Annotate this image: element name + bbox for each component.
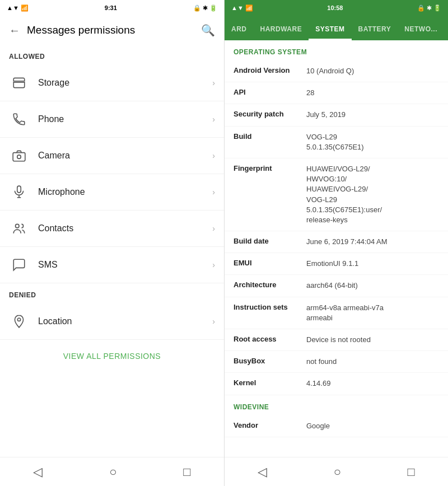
kernel-label: Kernel: [234, 378, 306, 387]
tab-system[interactable]: SYSTEM: [309, 20, 351, 40]
microphone-icon: [9, 182, 29, 202]
page-title: Messages permissions: [27, 24, 194, 36]
status-left-icons: ▲▼ 📶: [7, 4, 29, 12]
row-security-patch: Security patch July 5, 2019: [225, 104, 448, 126]
build-date-value: June 6, 2019 7:44:04 AM: [306, 237, 439, 247]
row-android-version: Android Version 10 (Android Q): [225, 60, 448, 82]
time-left: 9:31: [105, 4, 117, 11]
tabs-row: ARD HARDWARE SYSTEM BATTERY NETWO...: [225, 16, 448, 40]
denied-label: DENIED: [0, 283, 224, 303]
emui-label: EMUI: [234, 259, 306, 267]
home-nav-left[interactable]: ○: [109, 465, 116, 479]
row-vendor: Vendor Google: [225, 415, 448, 437]
chevron-location: ›: [212, 317, 215, 326]
row-build-date: Build date June 6, 2019 7:44:04 AM: [225, 231, 448, 253]
android-version-value: 10 (Android Q): [306, 66, 439, 76]
android-version-label: Android Version: [234, 66, 306, 74]
build-date-label: Build date: [234, 237, 306, 245]
row-emui: EMUI EmotionUI 9.1.1: [225, 253, 448, 275]
instruction-sets-value: arm64-v8a armeabi-v7aarmeabi: [306, 303, 439, 323]
chevron-contacts: ›: [212, 224, 215, 233]
home-nav-right[interactable]: ○: [334, 465, 341, 479]
status-bar-right: ▲▼ 📶 10:58 🔒 ✱ 🔋: [225, 0, 448, 16]
tab-ard[interactable]: ARD: [225, 20, 254, 40]
row-api: API 28: [225, 82, 448, 104]
row-instruction-sets: Instruction sets arm64-v8a armeabi-v7aar…: [225, 297, 448, 329]
recent-nav-right[interactable]: □: [407, 465, 414, 479]
camera-label: Camera: [38, 151, 212, 161]
header-left: ← Messages permissions 🔍: [0, 16, 224, 45]
left-panel: ▲▼ 📶 9:31 🔒 ✱ 🔋 ← Messages permissions 🔍…: [0, 0, 224, 486]
status-right-icons: ▲▼ 📶: [231, 4, 253, 12]
search-icon[interactable]: 🔍: [201, 24, 215, 37]
row-architecture: Architecture aarch64 (64-bit): [225, 275, 448, 297]
architecture-label: Architecture: [234, 281, 306, 289]
permission-phone[interactable]: Phone ›: [0, 101, 224, 138]
sms-icon: [9, 255, 29, 275]
allowed-label: ALLOWED: [0, 45, 224, 65]
microphone-label: Microphone: [38, 187, 212, 197]
permission-contacts[interactable]: Contacts ›: [0, 211, 224, 247]
row-fingerprint: Fingerprint HUAWEI/VOG-L29/HWVOG:10/HUAW…: [225, 158, 448, 231]
chevron-sms: ›: [212, 260, 215, 269]
back-button[interactable]: ←: [9, 24, 20, 37]
architecture-value: aarch64 (64-bit): [306, 281, 439, 291]
camera-icon: [9, 146, 29, 166]
fingerprint-label: Fingerprint: [234, 164, 306, 172]
svg-point-1: [17, 155, 21, 159]
row-kernel: Kernel 4.14.69: [225, 373, 448, 395]
permission-camera[interactable]: Camera ›: [0, 138, 224, 174]
nav-bar-left: ◁ ○ □: [0, 457, 224, 486]
tab-hardware[interactable]: HARDWARE: [254, 20, 309, 40]
phone-icon: [9, 109, 29, 129]
recent-nav-left[interactable]: □: [183, 465, 190, 479]
row-root-access: Root access Device is not rooted: [225, 329, 448, 351]
permission-sms[interactable]: SMS ›: [0, 247, 224, 283]
back-nav-right[interactable]: ◁: [258, 465, 267, 479]
back-nav-left[interactable]: ◁: [33, 465, 43, 479]
chevron-camera: ›: [212, 151, 215, 160]
view-all-button[interactable]: VIEW ALL PERMISSIONS: [0, 340, 224, 372]
widevine-section-header: WIDEVINE: [225, 395, 448, 415]
security-patch-label: Security patch: [234, 110, 306, 118]
root-access-value: Device is not rooted: [306, 335, 439, 345]
emui-value: EmotionUI 9.1.1: [306, 259, 439, 269]
tab-network[interactable]: NETWO...: [398, 20, 444, 40]
row-busybox: BusyBox not found: [225, 351, 448, 373]
contacts-icon: [9, 218, 29, 239]
security-patch-value: July 5, 2019: [306, 110, 439, 120]
chevron-storage: ›: [212, 78, 215, 87]
row-build: Build VOG-L295.0.1.35(C675E1): [225, 127, 448, 158]
svg-point-6: [17, 318, 20, 321]
chevron-phone: ›: [212, 115, 215, 124]
location-icon: [9, 311, 29, 331]
status-bar-left: ▲▼ 📶 9:31 🔒 ✱ 🔋: [0, 0, 224, 16]
root-access-label: Root access: [234, 335, 306, 343]
vendor-value: Google: [306, 421, 439, 431]
tab-battery[interactable]: BATTERY: [352, 20, 398, 40]
vendor-label: Vendor: [234, 421, 306, 429]
location-label: Location: [38, 316, 212, 326]
sms-label: SMS: [38, 260, 212, 270]
busybox-value: not found: [306, 357, 439, 367]
permission-storage[interactable]: Storage ›: [0, 65, 224, 101]
phone-label: Phone: [38, 114, 212, 124]
nav-bar-right: ◁ ○ □: [225, 457, 448, 486]
fingerprint-value: HUAWEI/VOG-L29/HWVOG:10/HUAWEIVOG-L29/VO…: [306, 164, 439, 225]
right-content: OPERATING SYSTEM Android Version 10 (And…: [225, 40, 448, 457]
battery-icons-right: 🔒 ✱ 🔋: [417, 4, 441, 12]
storage-label: Storage: [38, 78, 212, 88]
svg-rect-2: [17, 186, 21, 193]
battery-icons-left: 🔒 ✱ 🔋: [193, 4, 217, 12]
build-value: VOG-L295.0.1.35(C675E1): [306, 132, 439, 152]
build-label: Build: [234, 132, 306, 141]
chevron-microphone: ›: [212, 188, 215, 197]
contacts-label: Contacts: [38, 223, 212, 233]
svg-point-5: [16, 224, 20, 228]
busybox-label: BusyBox: [234, 357, 306, 365]
time-right: 10:58: [327, 4, 343, 11]
permission-microphone[interactable]: Microphone ›: [0, 174, 224, 211]
permission-location[interactable]: Location ›: [0, 303, 224, 340]
svg-rect-0: [13, 153, 25, 161]
os-section-header: OPERATING SYSTEM: [225, 40, 448, 60]
